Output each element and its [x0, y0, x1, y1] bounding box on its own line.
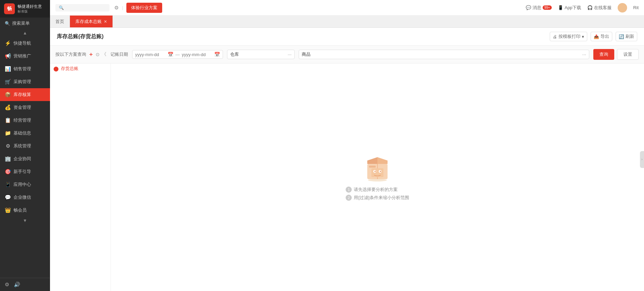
filter-actions: 查询 设置	[593, 49, 639, 60]
left-scheme-panel: ⬤ 存货总账	[50, 64, 111, 291]
export-btn[interactable]: 📤 导出	[591, 32, 612, 41]
settings-btn[interactable]: 设置	[617, 49, 639, 60]
enterprise-icon: 🏢	[5, 156, 11, 162]
sidebar-item-sales[interactable]: 📊 销售管理	[0, 63, 50, 75]
side-collapse-handle[interactable]: ›	[640, 151, 644, 168]
messages-btn[interactable]: 💬 消息 99+	[526, 5, 552, 11]
date-range-input[interactable]: 📅 — 📅	[132, 50, 223, 59]
sidebar-item-operations[interactable]: 📋 经营管理	[0, 114, 50, 127]
app-download-btn[interactable]: 📱 App下载	[558, 5, 581, 11]
purchase-icon: 🛒	[5, 79, 11, 85]
sidebar: 畅 畅捷通好生意 标准版 🔍 搜索菜单 ▲ ⚡ 快捷导航 📢 营销推广 📊 销售…	[0, 0, 50, 291]
sidebar-item-label: 新手引导	[14, 169, 31, 175]
industry-btn[interactable]: 体验行业方案	[126, 3, 162, 13]
topbar: 🔍 ⚙ | 体验行业方案 💬 消息 99+ 📱 App下载 🎧 在线客服 Rit	[50, 0, 644, 16]
logo-sub: 标准版	[18, 9, 42, 14]
tab-inventory-cost[interactable]: 库存成本总账 ✕	[70, 16, 113, 27]
warehouse-more-icon[interactable]: ···	[288, 52, 292, 57]
scheme-settings-icon[interactable]: ⊙	[96, 52, 100, 57]
scroll-down-btn[interactable]: ▼	[0, 217, 50, 224]
sidebar-item-purchase[interactable]: 🛒 采购管理	[0, 75, 50, 88]
sidebar-nav: ▲ ⚡ 快捷导航 📢 营销推广 📊 销售管理 🛒 采购管理 📦 库存核算 💰 资…	[0, 29, 50, 278]
sidebar-item-guide[interactable]: 🎯 新手引导	[0, 165, 50, 178]
sidebar-item-basic-info[interactable]: 📁 基础信息	[0, 127, 50, 140]
scheme-item-inventory-ledger[interactable]: ⬤ 存货总账	[50, 64, 110, 74]
sidebar-item-label: 库存核算	[14, 92, 31, 98]
headset-icon: 🎧	[587, 5, 593, 10]
page-area: 库存总账(存货总账) 🖨 按模板打印 ▾ 📤 导出 🔄 刷新	[50, 28, 644, 291]
export-icon: 📤	[594, 34, 599, 39]
product-filter[interactable]: 商品 ···	[299, 50, 589, 59]
date-start-input[interactable]	[135, 52, 166, 57]
add-scheme-btn[interactable]: ＋	[88, 51, 94, 58]
content-area: ⬤ 存货总账	[50, 64, 644, 291]
export-label: 导出	[600, 33, 609, 40]
collapse-icon[interactable]: 《	[102, 51, 106, 57]
app-download-label: App下载	[565, 5, 581, 11]
sidebar-search-label: 搜索菜单	[12, 20, 30, 26]
tab-close-icon[interactable]: ✕	[104, 19, 107, 24]
sidebar-item-label: 畅会员	[14, 207, 27, 213]
sidebar-logo: 畅 畅捷通好生意 标准版	[0, 0, 50, 18]
sidebar-item-label: 营销推广	[14, 53, 31, 59]
inventory-icon: 📦	[5, 92, 11, 98]
online-support-btn[interactable]: 🎧 在线客服	[587, 5, 612, 11]
user-avatar[interactable]	[618, 3, 627, 13]
sidebar-item-finance[interactable]: 💰 资金管理	[0, 101, 50, 114]
sidebar-item-label: 采购管理	[14, 79, 31, 85]
date-label: 记账日期	[110, 51, 128, 57]
wechat-icon: 💬	[5, 194, 11, 200]
product-more-icon[interactable]: ···	[582, 52, 586, 57]
tab-inventory-cost-label: 库存成本总账	[75, 19, 102, 25]
scheme-item-icon: ⬤	[53, 66, 59, 71]
speaker-bottom-icon[interactable]: 🔊	[14, 282, 20, 288]
warehouse-filter[interactable]: 仓库 ···	[227, 50, 295, 59]
page-header: 库存总账(存货总账) 🖨 按模板打印 ▾ 📤 导出 🔄 刷新	[50, 28, 644, 46]
online-support-label: 在线客服	[594, 5, 612, 11]
svg-point-10	[368, 179, 387, 181]
filter-label: 按以下方案查询	[55, 51, 86, 57]
sidebar-search[interactable]: 🔍 搜索菜单	[0, 18, 50, 29]
refresh-icon: 🔄	[619, 34, 624, 39]
sidebar-item-inventory[interactable]: 📦 库存核算	[0, 88, 50, 101]
calendar-end-icon[interactable]: 📅	[214, 52, 220, 57]
sidebar-item-marketing[interactable]: 📢 营销推广	[0, 50, 50, 63]
topbar-search-box[interactable]: 🔍	[55, 4, 109, 11]
sidebar-item-label: 资金管理	[14, 104, 31, 111]
chevron-down-icon: ▾	[582, 34, 584, 39]
sidebar-bottom: ⚙ 🔊	[0, 278, 50, 291]
page-title: 库存总账(存货总账)	[57, 33, 550, 40]
sidebar-item-enterprise[interactable]: 🏢 企业协同	[0, 152, 50, 165]
calendar-start-icon[interactable]: 📅	[168, 52, 173, 57]
svg-rect-4	[369, 166, 376, 168]
username-label[interactable]: Rit	[633, 5, 639, 10]
print-template-btn[interactable]: 🖨 按模板打印 ▾	[550, 32, 587, 41]
marketing-icon: 📢	[5, 53, 11, 59]
tab-home-label: 首页	[55, 19, 64, 25]
svg-point-8	[374, 171, 376, 172]
sidebar-item-label: 企业协同	[14, 156, 31, 162]
tab-home[interactable]: 首页	[50, 16, 70, 27]
refresh-btn[interactable]: 🔄 刷新	[616, 32, 637, 41]
settings-bottom-icon[interactable]: ⚙	[5, 282, 9, 288]
topbar-gear-icon[interactable]: ⚙	[114, 5, 119, 11]
sidebar-item-label: 基础信息	[14, 130, 31, 136]
sidebar-item-vip[interactable]: 👑 畅会员	[0, 204, 50, 217]
query-btn[interactable]: 查询	[593, 49, 614, 60]
messages-badge: 99+	[543, 5, 552, 10]
sidebar-item-app-center[interactable]: 📱 应用中心	[0, 178, 50, 191]
sidebar-item-system[interactable]: ⚙ 系统管理	[0, 140, 50, 152]
sidebar-item-quick-nav[interactable]: ⚡ 快捷导航	[0, 37, 50, 50]
warehouse-label: 仓库	[230, 51, 286, 57]
svg-marker-1	[367, 157, 377, 164]
filter-area: 按以下方案查询 ＋ ⊙ 《 记账日期 📅 — 📅 仓库 ··· 商品 ···	[50, 46, 644, 64]
sidebar-item-label: 快捷导航	[14, 40, 31, 46]
refresh-label: 刷新	[625, 33, 634, 40]
scroll-up-btn[interactable]: ▲	[0, 29, 50, 37]
scheme-item-label: 存货总账	[61, 66, 78, 72]
sidebar-item-wechat[interactable]: 💬 企业微信	[0, 191, 50, 204]
date-end-input[interactable]	[182, 52, 212, 57]
sidebar-item-label: 企业微信	[14, 194, 31, 200]
print-label: 按模板打印	[559, 33, 580, 40]
empty-illustration	[361, 152, 394, 183]
